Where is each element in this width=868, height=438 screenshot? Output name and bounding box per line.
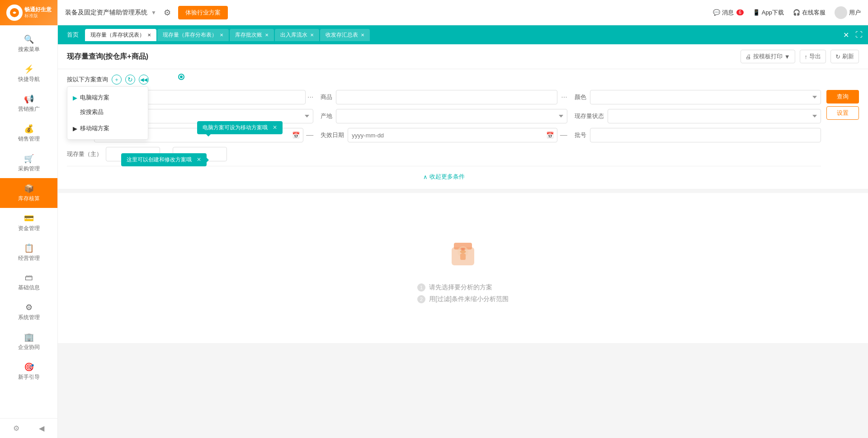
- svg-point-6: [462, 248, 465, 250]
- sidebar-item-guide[interactable]: 🎯 新手引导: [0, 357, 57, 386]
- settings-bottom-icon[interactable]: ⚙: [13, 424, 19, 433]
- sidebar-item-sales[interactable]: 💰 销售管理: [0, 118, 57, 148]
- range-separator: —: [306, 131, 313, 139]
- sidebar-item-inventory[interactable]: 📦 库存核算: [0, 178, 57, 208]
- user-label: 用户: [849, 9, 861, 17]
- tab-label: 库存批次账: [235, 31, 262, 39]
- sidebar-item-label: 库存核算: [18, 195, 40, 203]
- dot-indicator: [179, 75, 184, 79]
- tab-close-icon[interactable]: ✕: [147, 33, 151, 38]
- inventory-icon: 📦: [24, 184, 34, 193]
- reset-button[interactable]: 设置: [826, 106, 859, 120]
- maximize-icon[interactable]: ⛶: [854, 29, 864, 41]
- enterprise-icon: 🏢: [24, 332, 34, 342]
- sidebar-item-operations[interactable]: 📋 经营管理: [0, 238, 57, 268]
- product-input[interactable]: [336, 90, 557, 104]
- refresh-icon: ↻: [835, 53, 840, 60]
- tab-close-icon[interactable]: ✕: [220, 33, 223, 38]
- sidebar-item-label: 搜索菜单: [18, 46, 40, 53]
- system-selector[interactable]: 装备及固定资产辅助管理系统 ▼: [65, 9, 156, 17]
- filter-fields: 仓库 ··· 商品 ··· 颜色: [67, 90, 821, 184]
- sidebar-item-quick[interactable]: ⚡ 快捷导航: [0, 59, 57, 89]
- header-right: 💬 消息 6 📱 App下载 🎧 在线客服 用户: [713, 6, 861, 19]
- system-chevron-icon: ▼: [151, 9, 156, 16]
- sidebar-item-search[interactable]: 🔍 搜索菜单: [0, 29, 57, 59]
- sidebar-item-marketing[interactable]: 📢 营销推广: [0, 89, 57, 118]
- scheme-tree-item-desktop[interactable]: 按搜索品: [67, 105, 148, 119]
- refresh-button[interactable]: ↻ 刷新: [830, 50, 859, 63]
- sidebar-item-system[interactable]: ⚙ 系统管理: [0, 297, 57, 327]
- online-service-label: 在线客服: [802, 9, 826, 17]
- edit-scheme-button[interactable]: ↻: [125, 75, 135, 85]
- app-download-button[interactable]: 📱 App下载: [753, 9, 784, 17]
- inventory-main-label: 现存量（主）: [67, 150, 102, 158]
- print-button[interactable]: 🖨 按模板打印 ▼: [741, 50, 795, 63]
- filter-label: 按以下方案查询: [67, 75, 108, 84]
- tab-inout-flow[interactable]: 出入库流水 ✕: [275, 29, 319, 41]
- print-icon: 🖨: [745, 53, 751, 60]
- scheme-tree-desktop[interactable]: ▶ 电脑端方案: [67, 90, 148, 105]
- sidebar-item-label: 资金管理: [18, 225, 40, 232]
- expire-date-start-wrapper: 📅: [348, 128, 557, 142]
- tab-home[interactable]: 首页: [61, 28, 84, 42]
- product-label: 商品: [321, 93, 332, 101]
- notice-button[interactable]: 💬 消息 6: [713, 9, 744, 17]
- filter-area: 按以下方案查询 ＋ ↻ ◀◀ ▶ 电脑端方案 按搜索品 ▶ 移动端方案: [58, 69, 868, 189]
- finance-icon: 💳: [24, 213, 34, 223]
- sidebar-item-finance[interactable]: 💳 资金管理: [0, 208, 57, 238]
- collapse-area: ∧ 收起更多条件: [67, 166, 821, 184]
- tab-label: 现存量（库存状况表）: [90, 31, 145, 39]
- online-service-button[interactable]: 🎧 在线客服: [793, 9, 826, 17]
- scheme-tree-mobile[interactable]: ▶ 移动端方案: [67, 121, 148, 136]
- guide-icon: 🎯: [24, 362, 34, 372]
- filter-row-3: 生产日期 📅 — 失效日期: [67, 128, 821, 142]
- tab-inventory-dist[interactable]: 现存量（库存分布表） ✕: [157, 29, 229, 41]
- collapse-sidebar-icon[interactable]: ◀: [39, 424, 44, 433]
- tab-receive-summary[interactable]: 收发存汇总表 ✕: [320, 29, 370, 41]
- sidebar-item-enterprise[interactable]: 🏢 企业协同: [0, 327, 57, 357]
- system-icon: ⚙: [25, 302, 33, 312]
- back-arrow-button[interactable]: ◀◀: [139, 75, 149, 85]
- color-select[interactable]: [590, 90, 821, 104]
- basic-icon: 🗃: [25, 273, 33, 283]
- add-scheme-button[interactable]: ＋: [112, 75, 122, 85]
- print-chevron-icon: ▼: [784, 53, 790, 60]
- scheme-tree-dropdown: ▶ 电脑端方案 按搜索品 ▶ 移动端方案: [67, 86, 148, 140]
- status-label: 现存量状态: [575, 112, 604, 120]
- expire-date-start[interactable]: [348, 128, 557, 142]
- status-select[interactable]: [608, 109, 821, 123]
- tab-label: 收发存汇总表: [326, 31, 358, 39]
- batch-input[interactable]: [590, 128, 821, 142]
- close-all-icon[interactable]: ✕: [841, 29, 851, 41]
- sidebar-item-label: 快捷导航: [18, 75, 40, 83]
- empty-step-1: 1 请先选择要分析的方案: [417, 283, 509, 292]
- tooltip1-close-icon[interactable]: ✕: [273, 124, 277, 131]
- tab-close-icon[interactable]: ✕: [310, 33, 314, 38]
- sidebar-item-label: 经营管理: [18, 254, 40, 262]
- sidebar-item-basic[interactable]: 🗃 基础信息: [0, 268, 57, 297]
- search-icon: 🔍: [24, 34, 34, 44]
- sidebar-item-purchase[interactable]: 🛒 采购管理: [0, 148, 57, 178]
- tooltip2-close-icon[interactable]: ✕: [197, 156, 201, 163]
- sidebar: 畅通好生意 标准版 🔍 搜索菜单 ⚡ 快捷导航 📢 营销推广 💰 销售管理 🛒 …: [0, 0, 58, 438]
- user-menu[interactable]: 用户: [835, 6, 861, 19]
- product-dots-icon[interactable]: ···: [561, 93, 567, 101]
- collapse-button[interactable]: ∧ 收起更多条件: [414, 170, 474, 184]
- empty-state: 1 请先选择要分析的方案 2 用[过滤]条件来缩小分析范围: [58, 193, 868, 343]
- step-num-1: 1: [417, 283, 425, 292]
- warehouse-dots-icon[interactable]: ···: [307, 93, 313, 101]
- color-label: 颜色: [575, 93, 586, 101]
- notice-icon: 💬: [713, 9, 720, 16]
- search-button[interactable]: 查询: [826, 90, 859, 104]
- tab-inventory-status[interactable]: 现存量（库存状况表） ✕: [85, 29, 156, 41]
- origin-select[interactable]: [336, 109, 567, 123]
- trial-button[interactable]: 体验行业方案: [178, 6, 228, 19]
- tab-close-icon[interactable]: ✕: [361, 33, 364, 38]
- tab-close-icon[interactable]: ✕: [265, 33, 269, 38]
- collapse-up-icon: ∧: [423, 174, 428, 180]
- settings-icon[interactable]: ⚙: [164, 8, 171, 18]
- export-button[interactable]: ↑ 导出: [800, 50, 826, 63]
- tooltip-create-scheme-bubble: 这里可以创建和修改方案哦 ✕: [121, 153, 207, 166]
- top-header: 装备及固定资产辅助管理系统 ▼ ⚙ 体验行业方案 💬 消息 6 📱 App下载 …: [58, 0, 868, 25]
- tab-batch-account[interactable]: 库存批次账 ✕: [230, 29, 274, 41]
